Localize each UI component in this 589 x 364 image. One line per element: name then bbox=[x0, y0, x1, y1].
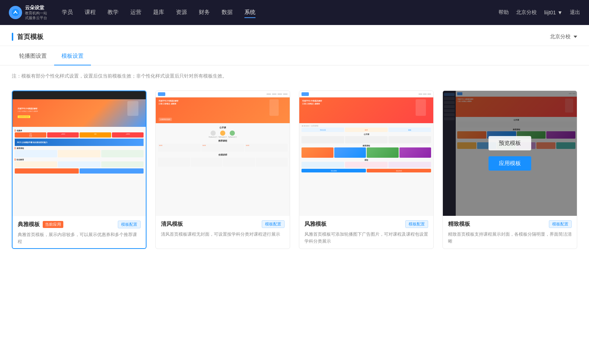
template-card-fengya[interactable]: 托福TP01-54真题及解析口语 口语笔记 成绩单 ★★★★☆ 全部课程 学科分… bbox=[299, 90, 434, 249]
nav-item-teaching[interactable]: 教学 bbox=[107, 7, 119, 18]
user-menu[interactable]: liijt01 ▼ bbox=[544, 10, 562, 15]
template-desc-fengya: 风雅首页模板可添加轮播图下广告图片，可对课程及课程包设置学科分类展示 bbox=[304, 231, 428, 245]
notice-text: 注：模板有部分个性化样式设置，设置后仅当前模板生效；非个性化样式设置后只针对所有… bbox=[0, 65, 589, 83]
logo[interactable]: 云朵设堂 教育机构一站 式服务云平台 bbox=[9, 5, 47, 21]
templates-grid: 托福TP01-54真题及解析 口语 口语笔记 心语练习 成绩单 全额课程优惠券 … bbox=[0, 83, 589, 264]
chevron-down-icon bbox=[574, 36, 577, 38]
config-button-refined[interactable]: 模板配置 bbox=[549, 220, 572, 228]
navigation: 云朵设堂 教育机构一站 式服务云平台 学员 课程 教学 运营 题库 资源 财务 … bbox=[0, 0, 589, 25]
logo-icon bbox=[9, 6, 22, 19]
template-name-refined: 精致模板 bbox=[448, 221, 470, 228]
help-link[interactable]: 帮助 bbox=[498, 9, 509, 16]
tab-carousel[interactable]: 轮播图设置 bbox=[12, 47, 54, 65]
template-card-elegant[interactable]: 托福TP01-54真题及解析 口语 口语笔记 心语练习 成绩单 全额课程优惠券 … bbox=[12, 90, 147, 249]
template-overlay-refined: 预览模板 应用模板 bbox=[443, 91, 577, 216]
preview-button[interactable]: 预览模板 bbox=[489, 136, 531, 150]
template-footer-elegant: 典雅模板 当前应用 模板配置 典雅首页模板，展示内容较多，可以展示优惠券和多个推… bbox=[13, 216, 146, 248]
badge-current-elegant: 当前应用 bbox=[43, 221, 63, 228]
template-desc-elegant: 典雅首页模板，展示内容较多，可以展示优惠券和多个推荐课程 bbox=[18, 231, 141, 245]
config-button-clean[interactable]: 模板配置 bbox=[262, 220, 285, 228]
logo-text: 云朵设堂 教育机构一站 式服务云平台 bbox=[25, 5, 47, 21]
logout-button[interactable]: 退出 bbox=[570, 9, 580, 16]
branch-switcher[interactable]: 北京分校 bbox=[550, 33, 577, 40]
config-button-elegant[interactable]: 模板配置 bbox=[118, 221, 141, 228]
template-preview-elegant: 托福TP01-54真题及解析 口语 口语笔记 心语练习 成绩单 全额课程优惠券 … bbox=[13, 91, 146, 216]
nav-item-students[interactable]: 学员 bbox=[62, 7, 73, 18]
nav-item-finance[interactable]: 财务 bbox=[199, 7, 210, 18]
nav-item-resources[interactable]: 资源 bbox=[176, 7, 187, 18]
nav-item-data[interactable]: 数据 bbox=[222, 7, 233, 18]
nav-item-system[interactable]: 系统 bbox=[244, 7, 255, 18]
template-card-refined[interactable]: 托福TP01-54真题及解析口语 口语笔记 成绩单 公开课 推荐课程 bbox=[442, 90, 577, 249]
tab-template[interactable]: 模板设置 bbox=[54, 47, 91, 65]
template-preview-refined: 托福TP01-54真题及解析口语 口语笔记 成绩单 公开课 推荐课程 bbox=[443, 91, 577, 216]
main-content: 首页模板 北京分校 轮播图设置 模板设置 注：模板有部分个性化样式设置，设置后仅… bbox=[0, 25, 589, 364]
nav-menu: 学员 课程 教学 运营 题库 资源 财务 数据 系统 bbox=[62, 7, 498, 18]
tab-bar: 轮播图设置 模板设置 bbox=[0, 47, 589, 65]
nav-right: 帮助 北京分校 liijt01 ▼ 退出 bbox=[498, 9, 580, 16]
config-button-fengya[interactable]: 模板配置 bbox=[405, 220, 428, 228]
template-desc-clean: 清风首页模板课程无封面，可设置按学科分类对课程进行展示 bbox=[161, 231, 285, 238]
template-footer-refined: 精致模板 模板配置 精致首页模板支持课程展示封面，各模板分隔明显，界面简洁清晰 bbox=[443, 216, 577, 248]
template-name-fengya: 风雅模板 bbox=[304, 221, 327, 228]
page-title-wrapper: 首页模板 bbox=[12, 32, 43, 41]
apply-button[interactable]: 应用模板 bbox=[489, 156, 531, 171]
template-card-clean[interactable]: 托福TP01-54真题及解析口语 口语笔记 成绩单 全额课程优惠券 公开课 Py… bbox=[155, 90, 290, 249]
template-footer-clean: 清风模板 模板配置 清风首页模板课程无封面，可设置按学科分类对课程进行展示 bbox=[156, 216, 290, 241]
nav-item-questions[interactable]: 题库 bbox=[153, 7, 164, 18]
branch-selector[interactable]: 北京分校 bbox=[516, 9, 537, 16]
template-name-elegant: 典雅模板 bbox=[18, 221, 40, 228]
template-desc-refined: 精致首页模板支持课程展示封面，各模板分隔明显，界面简洁清晰 bbox=[448, 231, 572, 245]
svg-point-1 bbox=[15, 11, 16, 12]
template-preview-clean: 托福TP01-54真题及解析口语 口语笔记 成绩单 全额课程优惠券 公开课 Py… bbox=[156, 91, 290, 216]
page-header: 首页模板 北京分校 bbox=[0, 25, 589, 46]
template-name-clean: 清风模板 bbox=[161, 221, 183, 228]
nav-item-courses[interactable]: 课程 bbox=[85, 7, 96, 18]
page-title: 首页模板 bbox=[17, 32, 43, 41]
title-bar-decoration bbox=[12, 33, 13, 41]
template-preview-fengya: 托福TP01-54真题及解析口语 口语笔记 成绩单 ★★★★☆ 全部课程 学科分… bbox=[299, 91, 433, 216]
nav-item-operations[interactable]: 运营 bbox=[130, 7, 141, 18]
template-footer-fengya: 风雅模板 模板配置 风雅首页模板可添加轮播图下广告图片，可对课程及课程包设置学科… bbox=[299, 216, 433, 248]
